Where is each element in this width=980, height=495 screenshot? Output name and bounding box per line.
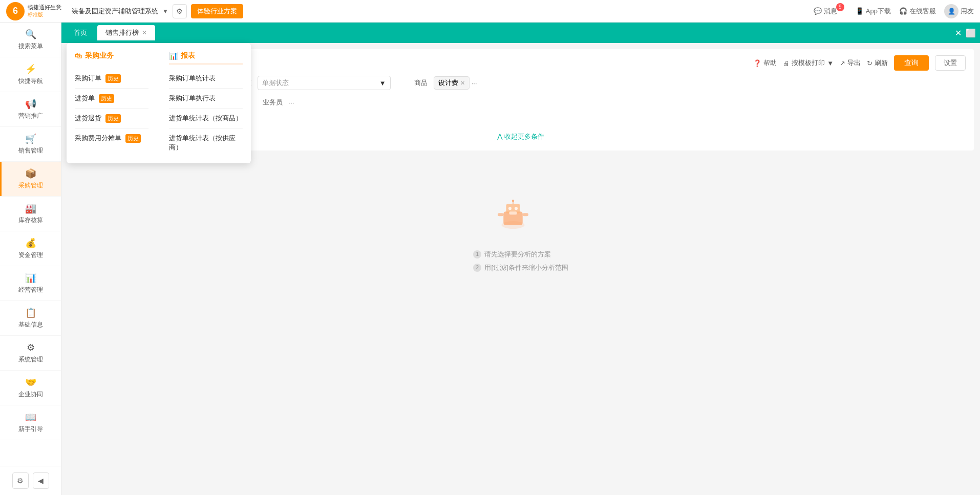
tab-bar: 首页 销售排行榜 ✕ ✕ ⬜ — [61, 23, 980, 43]
menu-item-inbound[interactable]: 进货单 历史 — [75, 91, 148, 106]
marketing-icon: 📢 — [25, 98, 36, 110]
menu-divider-0 — [75, 88, 148, 89]
online-service-item[interactable]: 🎧 在线客服 — [899, 7, 936, 16]
menu-item-po-stats[interactable]: 采购订单统计表 — [169, 71, 243, 86]
sidebar-label-marketing: 营销推广 — [18, 112, 43, 120]
cooperation-icon: 🤝 — [25, 377, 36, 388]
collapse-label: 收起更多条件 — [504, 133, 544, 140]
help-btn[interactable]: ❓ 帮助 — [753, 58, 777, 68]
menu-item-inbound-return[interactable]: 进货退货 历史 — [75, 111, 148, 126]
sidebar-item-operation[interactable]: 📊 经营管理 — [0, 266, 61, 301]
menu-item-inbound-stats-supplier-label: 进货单统计表（按供应商） — [169, 134, 243, 152]
help-icon: ❓ — [753, 59, 761, 67]
tab-home[interactable]: 首页 — [66, 25, 95, 40]
menu-item-inbound-stats-supplier[interactable]: 进货单统计表（按供应商） — [169, 131, 243, 155]
headset-icon: 🎧 — [899, 7, 907, 15]
system-title: 装备及固定资产辅助管理系统 — [72, 7, 158, 16]
quick-nav-icon: ⚡ — [25, 63, 36, 75]
empty-hint-2: 2 用[过滤]条件来缩小分析范围 — [473, 261, 568, 274]
menu-divider-r0 — [169, 88, 243, 89]
report-menu-icon: 📊 — [169, 52, 178, 60]
tab-close-icon[interactable]: ✕ — [142, 29, 147, 36]
empty-robot-svg — [490, 196, 536, 231]
tab-sales-rank[interactable]: 销售排行榜 ✕ — [97, 25, 155, 40]
refresh-btn[interactable]: ↻ 刷新 — [867, 58, 888, 68]
sidebar-item-marketing[interactable]: 📢 营销推广 — [0, 92, 61, 127]
message-item[interactable]: 💬 消息 9 — [814, 7, 847, 16]
app-download-label: App下载 — [866, 7, 891, 16]
menu-divider-2 — [75, 128, 148, 128]
svg-point-4 — [515, 207, 518, 210]
menu-item-purchase-order[interactable]: 采购订单 历史 — [75, 71, 148, 86]
goods-more-dots[interactable]: ··· — [472, 79, 477, 87]
export-btn[interactable]: ↗ 导出 — [840, 58, 861, 68]
menu-item-purchase-expense[interactable]: 采购费用分摊单 历史 — [75, 131, 148, 146]
tab-sales-rank-label: 销售排行榜 — [105, 28, 139, 37]
sidebar-item-quick-nav[interactable]: ⚡ 快捷导航 — [0, 57, 61, 92]
sidebar-item-guide[interactable]: 📖 新手引导 — [0, 405, 61, 440]
menu-item-purchase-order-label: 采购订单 — [75, 74, 101, 83]
logo-text: 畅捷通好生意 — [28, 4, 61, 11]
app-download-item[interactable]: 📱 App下载 — [856, 7, 891, 16]
logo-badge: 标准版 — [28, 11, 61, 18]
sidebar-item-system[interactable]: ⚙ 系统管理 — [0, 336, 61, 371]
toolbar-right: ❓ 帮助 🖨 按模板打印 ▼ ↗ 导出 ↻ — [753, 55, 966, 71]
export-label: 导出 — [847, 58, 861, 68]
print-btn[interactable]: 🖨 按模板打印 ▼ — [783, 58, 834, 68]
sidebar-item-inventory[interactable]: 🏭 库存核算 — [0, 197, 61, 231]
svg-rect-5 — [509, 211, 517, 214]
tab-right-icons: ✕ ⬜ — [955, 28, 976, 38]
dropdown-menu: 🛍 采购业务 采购订单 历史 进货单 历史 进货退货 历史 采购费用分摊单 历史… — [67, 43, 251, 163]
inventory-icon: 🏭 — [25, 203, 36, 214]
empty-hint-1: 1 请先选择要分析的方案 — [473, 248, 568, 261]
settings-bottom-btn[interactable]: ⚙ — [12, 472, 29, 489]
sidebar-label-basic-info: 基础信息 — [18, 320, 43, 329]
salesperson-dots[interactable]: ··· — [289, 99, 294, 106]
top-header: 6 畅捷通好生意 标准版 装备及固定资产辅助管理系统 ▼ ⚙ 体验行业方案 💬 … — [0, 0, 980, 23]
goods-tag-close[interactable]: ✕ — [460, 80, 465, 87]
tab-expand-btn[interactable]: ⬜ — [966, 28, 976, 38]
settings-btn[interactable]: 设置 — [935, 55, 966, 71]
tab-close-btn[interactable]: ✕ — [955, 28, 962, 38]
finance-icon: 💰 — [25, 238, 36, 249]
sidebar-item-search[interactable]: 🔍 搜索菜单 — [0, 23, 61, 57]
menu-item-po-stats-label: 采购订单统计表 — [169, 74, 216, 83]
menu-item-inbound-stats-goods[interactable]: 进货单统计表（按商品） — [169, 111, 243, 126]
menu-divider-r2 — [169, 128, 243, 128]
sidebar-label-purchase: 采购管理 — [18, 181, 43, 190]
menu-item-po-exec[interactable]: 采购订单执行表 — [169, 91, 243, 106]
menu-item-purchase-expense-label: 采购费用分摊单 — [75, 134, 121, 143]
basic-info-icon: 📋 — [25, 307, 36, 318]
sidebar: 🔍 搜索菜单 ⚡ 快捷导航 📢 营销推广 🛒 销售管理 📦 采购管理 🏭 库存核… — [0, 23, 61, 495]
sidebar-item-sales[interactable]: 🛒 销售管理 — [0, 127, 61, 162]
sidebar-bottom: ⚙ ◀ — [0, 466, 61, 495]
sidebar-label-system: 系统管理 — [18, 355, 43, 364]
phone-icon: 📱 — [856, 7, 864, 15]
menu-item-inbound-label: 进货单 — [75, 94, 95, 103]
sidebar-item-purchase[interactable]: 📦 采购管理 — [0, 162, 61, 197]
print-label: 按模板打印 — [792, 58, 825, 68]
sidebar-label-operation: 经营管理 — [18, 286, 43, 294]
sidebar-item-finance[interactable]: 💰 资金管理 — [0, 231, 61, 266]
sidebar-label-quick-nav: 快捷导航 — [18, 77, 43, 85]
salesperson-label: 业务员 — [252, 98, 283, 107]
hint-circle-1: 1 — [473, 250, 481, 259]
dropdown-arrow-icon[interactable]: ▼ — [162, 8, 168, 15]
gear-button[interactable]: ⚙ — [173, 4, 187, 18]
industry-btn[interactable]: 体验行业方案 — [191, 4, 243, 18]
menu-item-inbound-stats-goods-label: 进货单统计表（按商品） — [169, 114, 242, 123]
empty-hints: 1 请先选择要分析的方案 2 用[过滤]条件来缩小分析范围 — [473, 248, 568, 274]
sidebar-item-basic-info[interactable]: 📋 基础信息 — [0, 301, 61, 336]
sidebar-label-cooperation: 企业协同 — [18, 390, 43, 399]
menu-item-po-exec-label: 采购订单执行表 — [169, 94, 216, 103]
status-select[interactable]: 单据状态 ▼ — [258, 76, 391, 90]
history-badge-2: 历史 — [105, 114, 121, 123]
purchase-menu-icon: 🛍 — [75, 52, 82, 60]
user-item[interactable]: 👤 用友 — [944, 4, 974, 18]
history-badge-1: 历史 — [99, 94, 114, 103]
sidebar-item-cooperation[interactable]: 🤝 企业协同 — [0, 371, 61, 405]
query-btn[interactable]: 查询 — [894, 55, 929, 71]
collapse-sidebar-btn[interactable]: ◀ — [33, 472, 49, 489]
print-dropdown-icon: ▼ — [827, 59, 834, 67]
history-badge-3: 历史 — [125, 134, 141, 143]
